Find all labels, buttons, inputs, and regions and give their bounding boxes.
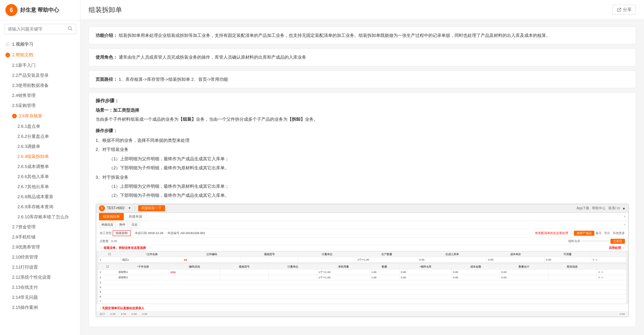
mock-footer-qty: 0.00 bbox=[110, 313, 116, 316]
share-button[interactable]: 分享 bbox=[612, 5, 636, 15]
td2-empty6: 6 bbox=[98, 294, 627, 299]
td-inbound1: 0.00 bbox=[418, 257, 487, 262]
mock-tab-inactive[interactable]: 新建单据 bbox=[124, 213, 147, 221]
th2-ops bbox=[597, 264, 627, 269]
sidebar-item-sub213[interactable]: 2.13在线支付 bbox=[0, 282, 80, 292]
search-input[interactable] bbox=[4, 24, 64, 34]
sidebar-item-sub22[interactable]: 2.2产品安装及登录 bbox=[0, 70, 80, 80]
intro-text: 组装拆卸单用来处理企业组装或拆卸等加工业务，支持有固定装配清单的产品加工业务，也… bbox=[119, 33, 550, 38]
sidebar-item-sub269[interactable]: 2.6.9库存账本查询 bbox=[0, 202, 80, 212]
sidebar-item-sub21[interactable]: 2.1新手入门 bbox=[0, 60, 80, 70]
td2-total1: 0.00 bbox=[500, 269, 548, 275]
th-spec: 规格型号 bbox=[240, 252, 298, 257]
sidebar-item-section2[interactable]: − 2.帮助文档 bbox=[0, 50, 80, 60]
sidebar-item-sub215[interactable]: 2.15操作案例 bbox=[0, 302, 80, 313]
th-checkbox: ☐ bbox=[98, 252, 121, 257]
td2-qty1: 1.00 bbox=[370, 269, 399, 275]
sidebar-item-sub261[interactable]: 2.6.1盘点单 bbox=[0, 121, 80, 131]
td2-check1: 1 bbox=[98, 269, 117, 275]
sidebar-item-sub268[interactable]: 2.6.8商品成本重算 bbox=[0, 192, 80, 202]
mock-logo: 6 bbox=[99, 205, 105, 211]
steps-block: 操作步骤： 1、根据不同的业务，选择不同单据的类型来处理 2、对于组装业务 （1… bbox=[96, 127, 629, 200]
td2-empty4: 4 bbox=[98, 285, 627, 289]
sidebar-item-sub210[interactable]: 2.10经营管理 bbox=[0, 252, 80, 262]
mock-select-bom[interactable]: 选择产成品 bbox=[574, 231, 594, 236]
mock-confirm-btn[interactable]: 立采完 bbox=[610, 239, 625, 244]
mock-type-dropdown[interactable]: 组装拆卸 bbox=[113, 230, 131, 236]
sidebar-item-sub214[interactable]: 2.14常见问题 bbox=[0, 292, 80, 302]
sidebar-item-sub27[interactable]: 2.7资金管理 bbox=[0, 222, 80, 232]
sidebar-item-label: 2.帮助文档 bbox=[12, 52, 33, 58]
mock-btn-log[interactable]: 日志 bbox=[129, 222, 140, 228]
sidebar-item-section1[interactable]: + 1.视频学习 bbox=[0, 39, 80, 50]
sidebar-item-sub264[interactable]: 2.6.4组装拆卸单 bbox=[0, 152, 80, 162]
sidebar-header: 6 好生意 帮助中心 bbox=[0, 0, 80, 20]
mock-close[interactable]: × bbox=[624, 215, 626, 218]
sidebar-item-sub25[interactable]: 2.5采购管理 bbox=[0, 101, 80, 111]
sidebar-item-label: 1.视频学习 bbox=[12, 41, 33, 47]
sidebar-item-sub266[interactable]: 2.6.6其他入库单 bbox=[0, 172, 80, 182]
th2-qty: 数量 bbox=[370, 264, 399, 269]
sidebar-item-sub26[interactable]: − 2.6库存核算 bbox=[0, 111, 80, 121]
td2-cost1: 0.00 bbox=[451, 269, 500, 275]
search-box[interactable] bbox=[4, 24, 76, 34]
row-ops-icon[interactable]: ⊕ ⊖ bbox=[592, 258, 598, 261]
th2-child-name: *子件名称 bbox=[117, 264, 169, 269]
mock-sub-red-input1[interactable] bbox=[171, 272, 175, 273]
step3-sub1: （1）上部明细为父件明细，最终作为原材料生成其它出库单； bbox=[96, 182, 629, 190]
mock-btn-new[interactable]: 单据信息 bbox=[99, 222, 116, 228]
mock-arrow-1: → bbox=[570, 231, 573, 235]
mock-tab-active[interactable]: 组装拆卸单 bbox=[99, 213, 124, 220]
th2-per-qty: 单耗用量 bbox=[317, 264, 370, 269]
sidebar-item-sub2610[interactable]: 2.6.10库存账本错了怎么办 bbox=[0, 212, 80, 222]
row2-ops2[interactable]: ⊕ ⊖ bbox=[598, 276, 603, 279]
sidebar-item-sub28[interactable]: 2.8手机旺铺 bbox=[0, 232, 80, 242]
mock-date-val: 2019-12-26 bbox=[148, 231, 163, 235]
search-button[interactable] bbox=[64, 24, 76, 34]
mock-close-x[interactable]: × bbox=[624, 223, 626, 226]
sidebar-item-sub262[interactable]: 2.6.2分量盘点单 bbox=[0, 131, 80, 142]
td2-code2 bbox=[169, 275, 220, 280]
mock-btn-edit[interactable]: 附件 bbox=[117, 222, 128, 228]
td2-wh2: 0.00 bbox=[399, 275, 451, 280]
mock-group-id: TEST-H002 bbox=[107, 206, 124, 210]
page-title: 组装拆卸单 bbox=[89, 5, 122, 14]
td2-unit2 bbox=[269, 275, 317, 280]
svg-line-1 bbox=[71, 30, 72, 31]
mock-annotation-2: ← 组装业务、拆卸业务在这里选择 bbox=[100, 246, 146, 250]
sidebar-item-sub212[interactable]: 2.12系统个性化设置 bbox=[0, 272, 80, 282]
mock-label-docnum: 单据编号 bbox=[167, 231, 179, 235]
sidebar-item-sub263[interactable]: 2.6.3调拨单 bbox=[0, 142, 80, 152]
row2-ops[interactable]: ⊕ ⊖ bbox=[598, 271, 603, 274]
mock-red-input[interactable] bbox=[184, 259, 187, 261]
th-inbound: 生成入库单 bbox=[418, 252, 487, 257]
path-label: 页面路径： bbox=[96, 77, 117, 82]
mock-dropdown-arrow: ▼ bbox=[128, 206, 131, 210]
td-spec1 bbox=[240, 257, 298, 262]
nav-list: + 1.视频学习 − 2.帮助文档 2.1新手入门 2.2产品安装及登录 2.3… bbox=[0, 38, 80, 314]
sidebar-item-sub267[interactable]: 2.6.7其他出库单 bbox=[0, 182, 80, 192]
td2-unit1 bbox=[269, 269, 317, 275]
sidebar-item-sub24[interactable]: 2.4销售管理 bbox=[0, 91, 80, 101]
td2-empty5: 5 bbox=[98, 289, 627, 294]
sidebar-item-sub211[interactable]: 2.11打印设置 bbox=[0, 262, 80, 272]
mock-wh-input[interactable] bbox=[582, 240, 609, 242]
main: 组装拆卸单 分享 功能介绍： 组装拆卸单用来处理企业组装或拆卸等加工业务，支持有… bbox=[80, 0, 644, 335]
intro-block: 功能介绍： 组装拆卸单用来处理企业组装或拆卸等加工业务，支持有固定装配清单的产品… bbox=[89, 26, 636, 44]
mock-docnum-val: AD-20191226-001 bbox=[180, 231, 205, 235]
sidebar-item-sub265[interactable]: 2.6.5成本调整单 bbox=[0, 162, 80, 172]
intro-label: 功能介绍： bbox=[96, 33, 117, 38]
logo-icon: 6 bbox=[5, 4, 17, 16]
sidebar-item-sub29[interactable]: 2.9优惠券管理 bbox=[0, 242, 80, 252]
operations-block: 操作步骤： 场景一：加工类型选择 当由多个子件材料组装成一个成品的业务为【组装】… bbox=[89, 92, 636, 327]
td2-name2: 原材料2 bbox=[117, 275, 169, 280]
svg-point-0 bbox=[68, 27, 71, 30]
td2-perqty1: 1个*+1.00 bbox=[317, 269, 370, 275]
share-label: 分享 bbox=[623, 7, 632, 13]
th-cost-price: 成本单价 bbox=[487, 252, 544, 257]
mock-screen: 6 TEST-H002 ▼ 阿里旺旺一下 App下载 帮助中心 联系/ cc ▲… bbox=[96, 204, 629, 317]
sidebar-item-sub23[interactable]: 2.3使用前数据准备 bbox=[0, 80, 80, 91]
th2-check: ☐ bbox=[98, 264, 117, 269]
mock-main-btn[interactable]: 阿里旺旺一下 bbox=[138, 205, 165, 211]
td2-code1 bbox=[169, 269, 220, 275]
